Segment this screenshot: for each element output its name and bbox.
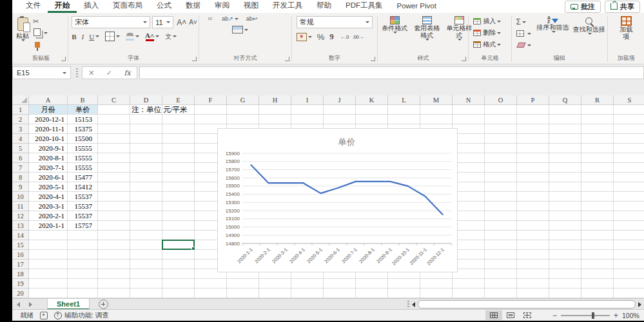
cell-S6[interactable] — [614, 153, 644, 163]
font-size-select[interactable]: 11 — [152, 16, 173, 28]
zoom-percentage[interactable]: 100% — [622, 312, 644, 319]
cell-S5[interactable] — [614, 144, 644, 153]
cell-A12[interactable]: 2020-2-1 — [29, 211, 68, 221]
cell-N20[interactable] — [453, 289, 485, 298]
percent-style-button[interactable]: % — [317, 32, 325, 42]
cell-Q4[interactable] — [549, 134, 581, 144]
cell-B9[interactable]: 15412 — [68, 182, 98, 192]
cell-C20[interactable] — [98, 289, 130, 298]
cell-D20[interactable] — [130, 289, 162, 298]
cell-P17[interactable] — [517, 260, 549, 269]
cell-A20[interactable] — [29, 289, 68, 298]
cell-C13[interactable] — [98, 221, 130, 231]
cell-O10[interactable] — [485, 192, 517, 202]
column-header-B[interactable]: B — [68, 95, 98, 105]
format-cells-button[interactable]: 格式 — [472, 39, 502, 50]
cell-A8[interactable]: 2020-6-1 — [29, 173, 68, 182]
cell-B19[interactable] — [68, 279, 98, 289]
cell-O17[interactable] — [485, 260, 517, 269]
zoom-in-button[interactable]: + — [614, 312, 618, 319]
zoom-slider[interactable] — [561, 315, 610, 316]
cell-H19[interactable] — [259, 279, 291, 289]
cell-N1[interactable] — [453, 105, 485, 115]
cell-A16[interactable] — [29, 250, 68, 260]
column-header-G[interactable]: G — [227, 95, 259, 105]
cell-P3[interactable] — [517, 124, 549, 134]
cell-S17[interactable] — [614, 260, 644, 269]
cell-K2[interactable] — [356, 115, 388, 124]
cell-A18[interactable] — [29, 269, 68, 279]
tab-公式[interactable]: 公式 — [150, 0, 179, 13]
cell-Q9[interactable] — [549, 182, 581, 192]
cell-B14[interactable] — [68, 231, 98, 240]
row-header-17[interactable]: 17 — [12, 260, 29, 269]
tab-视图[interactable]: 视图 — [237, 0, 266, 13]
cell-O5[interactable] — [485, 144, 517, 153]
cell-C3[interactable] — [98, 124, 130, 134]
cell-R19[interactable] — [581, 279, 614, 289]
column-header-C[interactable]: C — [98, 95, 130, 105]
cell-E9[interactable] — [162, 182, 195, 192]
cell-P16[interactable] — [517, 250, 549, 260]
cell-A15[interactable] — [29, 240, 68, 250]
column-header-J[interactable]: J — [324, 95, 356, 105]
confirm-entry-button[interactable]: ✓ — [106, 69, 112, 77]
cell-B6[interactable]: 15555 — [68, 153, 98, 163]
cell-E6[interactable] — [162, 153, 195, 163]
cell-P5[interactable] — [517, 144, 549, 153]
tab-帮助[interactable]: 帮助 — [309, 0, 338, 13]
cell-D17[interactable] — [130, 260, 162, 269]
wrap-text-button[interactable]: ab↩ — [246, 15, 258, 22]
cell-R8[interactable] — [581, 173, 614, 182]
sheet-scroll-right-button[interactable] — [29, 302, 32, 307]
cell-E11[interactable] — [162, 202, 195, 211]
row-header-6[interactable]: 6 — [12, 153, 29, 163]
cell-N2[interactable] — [453, 115, 485, 124]
tab-Power Pivot[interactable]: Power Pivot — [390, 0, 444, 13]
cell-B13[interactable]: 15757 — [68, 221, 98, 231]
cell-L1[interactable] — [388, 105, 420, 115]
cell-M19[interactable] — [420, 279, 453, 289]
cell-D18[interactable] — [130, 269, 162, 279]
cell-J19[interactable] — [324, 279, 356, 289]
tab-开始[interactable]: 开始 — [48, 0, 77, 13]
cell-E5[interactable] — [162, 144, 195, 153]
tab-审阅[interactable]: 审阅 — [208, 0, 237, 13]
cell-D5[interactable] — [130, 144, 162, 153]
cell-Q12[interactable] — [549, 211, 581, 221]
cell-R10[interactable] — [581, 192, 614, 202]
row-header-5[interactable]: 5 — [12, 144, 29, 153]
cell-O7[interactable] — [485, 163, 517, 173]
column-header-H[interactable]: H — [259, 95, 291, 105]
cell-S7[interactable] — [614, 163, 644, 173]
cell-P10[interactable] — [517, 192, 549, 202]
row-header-14[interactable]: 14 — [12, 231, 29, 240]
cell-E13[interactable] — [162, 221, 195, 231]
cell-D13[interactable] — [130, 221, 162, 231]
cell-Q20[interactable] — [549, 289, 581, 298]
tab-开发工具[interactable]: 开发工具 — [266, 0, 309, 13]
cell-P7[interactable] — [517, 163, 549, 173]
zoom-slider-thumb[interactable] — [592, 312, 594, 319]
cell-E18[interactable] — [162, 269, 195, 279]
cell-S9[interactable] — [614, 182, 644, 192]
cell-C5[interactable] — [98, 144, 130, 153]
cell-C8[interactable] — [98, 173, 130, 182]
cell-B11[interactable]: 15537 — [68, 202, 98, 211]
cell-P20[interactable] — [517, 289, 549, 298]
phonetic-guide-button[interactable]: 文 — [165, 32, 171, 41]
find-select-button[interactable]: 查找和选择 — [571, 15, 607, 35]
cell-C16[interactable] — [98, 250, 130, 260]
cell-R5[interactable] — [581, 144, 614, 153]
cell-Q13[interactable] — [549, 221, 581, 231]
cell-Q7[interactable] — [549, 163, 581, 173]
row-header-10[interactable]: 10 — [12, 192, 29, 202]
cell-O14[interactable] — [485, 231, 517, 240]
cell-H2[interactable] — [259, 115, 291, 124]
cell-K20[interactable] — [356, 289, 388, 298]
cell-S20[interactable] — [614, 289, 644, 298]
cell-Q3[interactable] — [549, 124, 581, 134]
cell-O9[interactable] — [485, 182, 517, 192]
sheet-scroll-left-button[interactable] — [17, 302, 20, 307]
format-as-table-button[interactable]: 套用表格格式 — [411, 15, 443, 41]
